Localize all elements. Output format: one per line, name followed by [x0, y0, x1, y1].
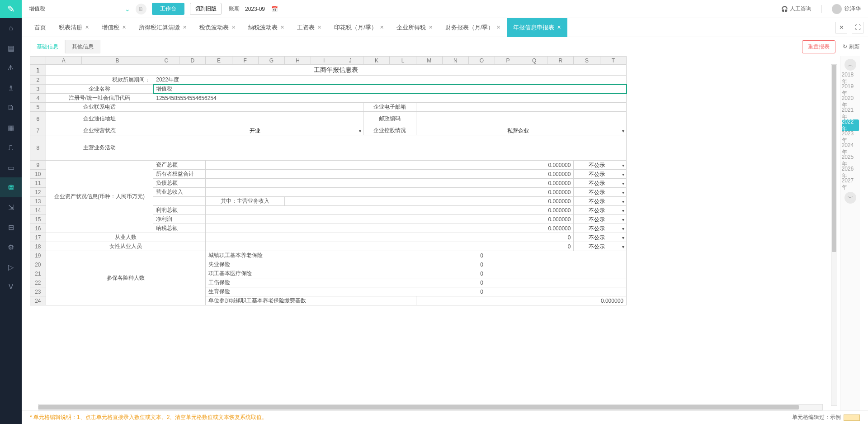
pub-dd[interactable]: 不公示 [574, 224, 627, 233]
tab-close-all-button[interactable]: ✕ [835, 22, 847, 33]
company-val[interactable]: 增值税 [153, 85, 627, 94]
close-icon[interactable]: ✕ [496, 24, 500, 30]
row-header-7[interactable]: 7 [30, 126, 46, 135]
nav-calendar-icon[interactable]: ▭ [0, 157, 22, 177]
asset-val[interactable]: 0.000000 [206, 206, 574, 215]
nav-chart-icon[interactable]: ⩚ [0, 58, 22, 78]
col-header-F[interactable]: F [232, 57, 258, 65]
row-header-3[interactable]: 3 [30, 85, 46, 94]
doc-circle-icon[interactable]: 🗎 [136, 4, 146, 14]
insure-val[interactable]: 0 [337, 278, 627, 287]
tab-印花税（月/季）[interactable]: 印花税（月/季）✕ [328, 18, 390, 37]
pub-dd[interactable]: 不公示 [574, 206, 627, 215]
year-2021年[interactable]: 2021年 [842, 108, 859, 119]
row-header-9[interactable]: 9 [30, 161, 46, 170]
col-header-S[interactable]: S [574, 57, 600, 65]
reset-report-button[interactable]: 重置报表 [802, 40, 835, 53]
year-scroll-up-button[interactable]: ︿ [844, 59, 856, 71]
horizontal-scrollbar[interactable] [38, 404, 823, 410]
col-header-N[interactable]: N [442, 57, 468, 65]
nav-finance-icon[interactable]: ♗ [0, 78, 22, 98]
row-header-20[interactable]: 20 [30, 260, 46, 269]
dropdown[interactable]: 不公示 [574, 189, 626, 195]
period-value[interactable]: 2023-09 [245, 6, 265, 12]
tab-年报信息申报表[interactable]: 年报信息申报表✕ [507, 18, 567, 37]
dropdown[interactable]: 不公示 [574, 162, 626, 168]
workbench-button[interactable]: 工作台 [152, 3, 184, 15]
sheet-corner[interactable] [30, 57, 46, 65]
chevron-down-icon[interactable]: ⌄ [125, 5, 130, 13]
row-header-8[interactable]: 8 [30, 135, 46, 161]
tab-增值税[interactable]: 增值税✕ [95, 18, 132, 37]
year-2019年[interactable]: 2019年 [842, 84, 859, 96]
close-icon[interactable]: ✕ [317, 24, 321, 30]
col-header-J[interactable]: J [337, 57, 363, 65]
year-2024年[interactable]: 2024年 [842, 143, 859, 155]
nav-inbox-icon[interactable]: ⊟ [0, 217, 22, 237]
col-header-B[interactable]: B [81, 57, 153, 65]
pub-dd[interactable]: 不公示 [574, 188, 627, 197]
dropdown[interactable]: 私营企业 [416, 128, 626, 134]
fullscreen-button[interactable]: ⛶ [852, 22, 863, 33]
fem-val[interactable]: 0 [206, 242, 574, 251]
company-selector[interactable]: 增值税 [29, 5, 119, 13]
dropdown[interactable]: 不公示 [574, 216, 626, 223]
human-consult-link[interactable]: 🎧 人工咨询 [781, 5, 811, 13]
row-header-13[interactable]: 13 [30, 197, 46, 206]
year-scroll-down-button[interactable]: ﹀ [844, 192, 856, 204]
dropdown[interactable]: 不公示 [574, 207, 626, 214]
tab-财务报表（月/季）[interactable]: 财务报表（月/季）✕ [439, 18, 507, 37]
tab-税表清册[interactable]: 税表清册✕ [52, 18, 95, 37]
emp-pub-dd[interactable]: 不公示 [574, 233, 627, 242]
scrollbar-thumb[interactable] [832, 65, 836, 252]
nav-tax-icon[interactable]: ⛃ [0, 177, 22, 197]
col-header-Q[interactable]: Q [521, 57, 547, 65]
user-menu[interactable]: 徐泽华 [832, 4, 861, 14]
row-header-11[interactable]: 11 [30, 179, 46, 188]
pub-dd[interactable]: 不公示 [574, 197, 627, 206]
mainbiz-val[interactable] [153, 135, 627, 161]
col-header-L[interactable]: L [390, 57, 416, 65]
year-2023年[interactable]: 2023年 [842, 131, 859, 143]
asset-val[interactable]: 0.000000 [206, 215, 574, 224]
pub-dd[interactable]: 不公示 [574, 170, 627, 179]
year-2020年[interactable]: 2020年 [842, 96, 859, 108]
addr-val[interactable] [153, 112, 363, 126]
dropdown[interactable]: 不公示 [574, 225, 626, 232]
refresh-button[interactable]: ↻ 刷新 [843, 43, 860, 51]
asset-val[interactable]: 0.000000 [206, 224, 574, 233]
tab-所得税汇算清缴[interactable]: 所得税汇算清缴✕ [132, 18, 193, 37]
year-2025年[interactable]: 2025年 [842, 155, 859, 167]
dropdown[interactable]: 不公示 [574, 243, 626, 250]
close-icon[interactable]: ✕ [122, 24, 126, 30]
insure-val[interactable]: 0 [337, 260, 627, 269]
dropdown[interactable]: 不公示 [574, 171, 626, 177]
col-header-R[interactable]: R [547, 57, 574, 65]
row-header-17[interactable]: 17 [30, 233, 46, 242]
tab-工资表[interactable]: 工资表✕ [291, 18, 328, 37]
row-header-21[interactable]: 21 [30, 269, 46, 278]
col-header-D[interactable]: D [179, 57, 206, 65]
row-header-19[interactable]: 19 [30, 251, 46, 260]
tab-首页[interactable]: 首页 [28, 18, 52, 37]
row-header-15[interactable]: 15 [30, 215, 46, 224]
row-header-12[interactable]: 12 [30, 188, 46, 197]
year-2027年[interactable]: 2027年 [842, 178, 859, 190]
col-header-M[interactable]: M [416, 57, 442, 65]
email-val[interactable] [416, 103, 626, 112]
nav-home-icon[interactable]: ⌂ [0, 18, 22, 38]
year-2026年[interactable]: 2026年 [842, 167, 859, 178]
asset-val[interactable]: 0.000000 [284, 197, 574, 206]
scrollbar-thumb[interactable] [38, 405, 799, 410]
col-header-C[interactable]: C [153, 57, 179, 65]
holding-dd[interactable]: 私营企业 [416, 126, 626, 135]
row-header-22[interactable]: 22 [30, 278, 46, 287]
dropdown[interactable]: 不公示 [574, 180, 626, 186]
calendar-icon[interactable]: 📅 [271, 6, 278, 12]
switch-old-button[interactable]: 切到旧版 [190, 3, 222, 15]
close-icon[interactable]: ✕ [380, 24, 384, 30]
year-2022年[interactable]: 2022年 [842, 119, 859, 131]
close-icon[interactable]: ✕ [183, 24, 187, 30]
close-icon[interactable]: ✕ [429, 24, 433, 30]
pub-dd[interactable]: 不公示 [574, 161, 627, 170]
